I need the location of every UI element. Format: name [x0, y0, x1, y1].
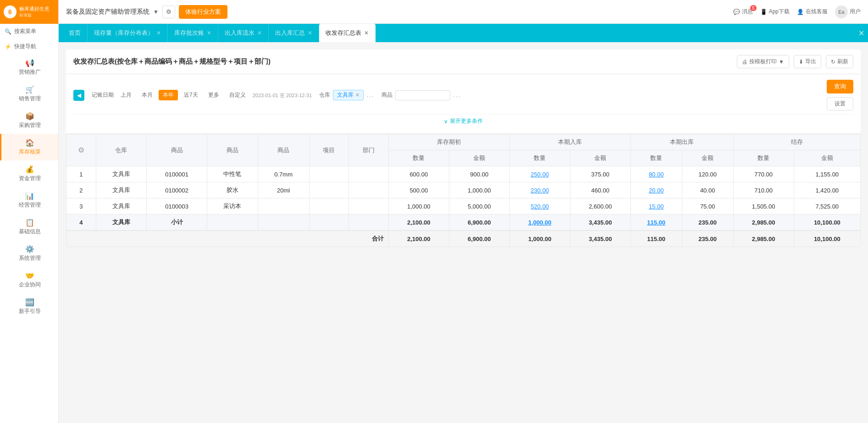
cell-closing-amt: 1,420.00 [794, 182, 860, 198]
sidebar-item-system[interactable]: ⚙️ 系统管理 [0, 240, 58, 267]
th-closing-qty: 数量 [733, 150, 794, 166]
tab-inout-summary-close[interactable]: ✕ [308, 30, 312, 36]
sidebar-item-marketing[interactable]: 📢 营销推广 [0, 54, 58, 81]
th-group-out: 本期出库 [630, 134, 733, 150]
sidebar-item-enterprise[interactable]: 🤝 企业协同 [0, 267, 58, 293]
query-button[interactable]: 查询 [827, 80, 853, 93]
subtotal-in-qty-link[interactable]: 1,000.00 [528, 219, 552, 226]
subtotal-in-qty: 1,000.00 [509, 214, 570, 231]
user-item[interactable]: Ea 用户 [835, 5, 861, 18]
th-settings[interactable]: ⚙ [66, 134, 96, 166]
warehouse-more-button[interactable]: ... [366, 92, 374, 99]
th-in-amt: 金额 [570, 150, 630, 166]
cell-goods-spec [258, 198, 309, 214]
column-settings-icon[interactable]: ⚙ [78, 146, 84, 154]
cell-out-amt: 120.00 [682, 166, 733, 182]
close-all-tabs-button[interactable]: ✕ [858, 29, 864, 38]
message-item[interactable]: 💬 消息 6 [733, 8, 753, 16]
cell-department [349, 166, 389, 182]
in-qty-link[interactable]: 520.00 [531, 203, 549, 210]
th-project: 项目 [309, 134, 349, 166]
out-qty-link[interactable]: 15.00 [649, 203, 664, 210]
cell-goods-spec: 0.7mm [258, 166, 309, 182]
date-buttons: 上月 本月 本年 近7天 更多 自定义 [116, 90, 250, 100]
cell-out-qty[interactable]: 80.00 [630, 166, 682, 182]
goods-filter-group: 商品 ... [381, 90, 461, 100]
tab-recv-send-close[interactable]: ✕ [364, 30, 369, 36]
quick-nav-item[interactable]: ⚡ 快捷导航 [0, 39, 58, 54]
cell-in-qty[interactable]: 520.00 [509, 198, 570, 214]
warehouse-tag-close-button[interactable]: ✕ [355, 92, 359, 98]
filter-settings-button[interactable]: 设置 [827, 97, 853, 110]
in-qty-link[interactable]: 250.00 [531, 171, 549, 178]
filter-toggle-button[interactable]: ◀ [73, 90, 84, 101]
warehouse-tag[interactable]: 文具库 ✕ [333, 90, 364, 100]
enterprise-icon: 🤝 [25, 271, 34, 280]
system-dropdown[interactable]: ▼ [153, 9, 159, 15]
export-icon: ⬇ [799, 59, 803, 65]
cell-closing-amt: 7,525.00 [794, 198, 860, 214]
tab-batch-label: 库存批次账 [174, 29, 204, 37]
warehouse-tag-text: 文具库 [337, 91, 354, 99]
goods-more-button[interactable]: ... [453, 92, 461, 99]
sidebar-item-basic[interactable]: 📋 基础信息 [0, 214, 58, 240]
tab-inout-flow[interactable]: 出入库流水 ✕ [218, 24, 269, 42]
date-btn-this-year[interactable]: 本年 [159, 90, 178, 100]
tab-stock-dist-close[interactable]: ✕ [156, 30, 161, 36]
tab-inout-summary[interactable]: 出入库汇总 ✕ [269, 24, 319, 42]
page-content: 收发存汇总表(按仓库＋商品编码＋商品＋规格型号＋项目＋部门) 🖨 按模板打印 ▼… [59, 42, 868, 423]
out-qty-link[interactable]: 80.00 [649, 171, 664, 178]
th-out-amt: 金额 [682, 150, 733, 166]
cell-in-qty[interactable]: 250.00 [509, 166, 570, 182]
subtotal-label: 小计 [147, 214, 207, 231]
online-service-item[interactable]: 👤 在线客服 [797, 8, 828, 16]
sidebar-item-guide[interactable]: 🆕 新手引导 [0, 293, 58, 320]
refresh-button[interactable]: ↻ 刷新 [826, 55, 853, 68]
sidebar-item-purchase[interactable]: 📦 采购管理 [0, 107, 58, 134]
service-icon: 👤 [797, 9, 804, 15]
phone-icon: 📱 [760, 9, 767, 15]
expand-conditions-button[interactable]: ∨ 展开更多条件 [73, 114, 853, 128]
tab-inout-flow-close[interactable]: ✕ [257, 30, 262, 36]
tab-home[interactable]: 首页 [62, 24, 88, 42]
goods-input[interactable] [395, 90, 450, 100]
message-icon: 💬 [733, 9, 740, 15]
cell-out-qty[interactable]: 15.00 [630, 198, 682, 214]
sidebar-item-business[interactable]: 📊 经营管理 [0, 187, 58, 214]
date-btn-this-month[interactable]: 本月 [138, 90, 157, 100]
tab-stock-dist[interactable]: 现存量（库存分布表） ✕ [88, 24, 168, 42]
print-button[interactable]: 🖨 按模板打印 ▼ [737, 55, 789, 68]
cell-goods-code: 0100001 [147, 166, 207, 182]
date-btn-more[interactable]: 更多 [204, 90, 223, 100]
settings-gear-button[interactable]: ⚙ [162, 5, 175, 18]
print-icon: 🖨 [742, 59, 747, 65]
app-download-item[interactable]: 📱 App下载 [760, 8, 790, 16]
cell-project [309, 198, 349, 214]
date-btn-7days[interactable]: 近7天 [180, 90, 202, 100]
search-menu-item[interactable]: 🔍 搜索菜单 [0, 24, 58, 39]
cell-in-qty[interactable]: 230.00 [509, 182, 570, 198]
date-range-display: 2023-01-01 至 2023-12-31 [253, 92, 312, 99]
th-group-in: 本期入库 [509, 134, 630, 150]
export-button[interactable]: ⬇ 导出 [794, 55, 821, 68]
in-qty-link[interactable]: 230.00 [531, 187, 549, 194]
total-row: 合计 2,100.00 6,900.00 1,000.00 3,435.00 1… [66, 231, 861, 247]
sidebar-item-finance[interactable]: 💰 资金管理 [0, 160, 58, 187]
sidebar-item-inventory[interactable]: 🏠 库存核算 [0, 134, 58, 160]
date-btn-custom[interactable]: 自定义 [225, 90, 250, 100]
subtotal-out-qty-link[interactable]: 115.00 [647, 219, 665, 226]
tab-batch[interactable]: 库存批次账 ✕ [168, 24, 218, 42]
tab-recv-send[interactable]: 收发存汇总表 ✕ [319, 24, 376, 42]
goods-filter-label: 商品 [381, 91, 393, 99]
date-btn-last-month[interactable]: 上月 [116, 90, 136, 100]
basic-icon: 📋 [25, 218, 34, 227]
cell-out-qty[interactable]: 20.00 [630, 182, 682, 198]
table-row: 1 文具库 0100001 中性笔 0.7mm 600.00 900.00 25… [66, 166, 861, 182]
sidebar-item-sales[interactable]: 🛒 销售管理 [0, 81, 58, 107]
trial-button[interactable]: 体验行业方案 [179, 5, 227, 19]
th-in-qty: 数量 [509, 150, 570, 166]
out-qty-link[interactable]: 20.00 [649, 187, 664, 194]
th-goods-spec: 商品 [258, 134, 309, 166]
tab-batch-close[interactable]: ✕ [207, 30, 211, 36]
th-group-opening: 库存期初 [388, 134, 509, 150]
